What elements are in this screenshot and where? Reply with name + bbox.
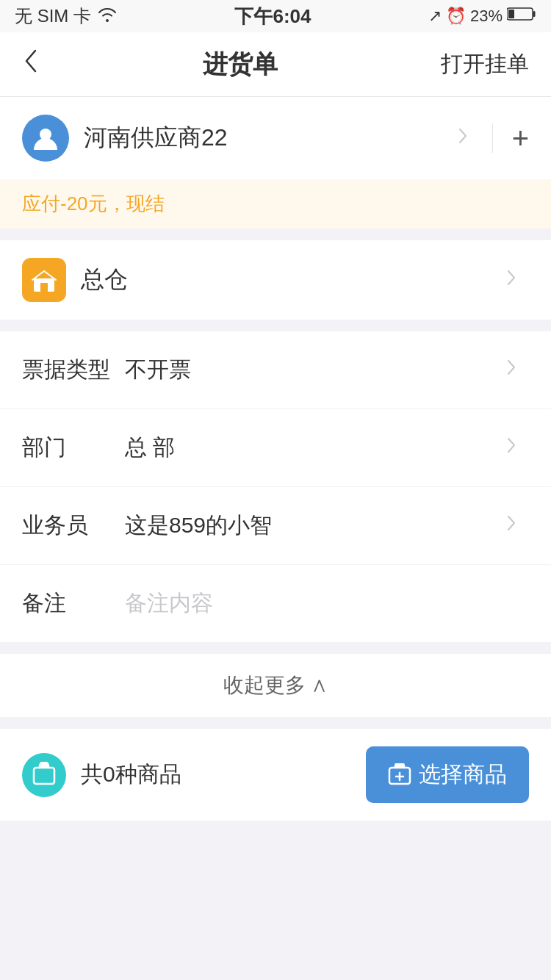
notice-bar: 应付-20元，现结 (0, 179, 551, 228)
salesperson-arrow-icon (505, 514, 517, 538)
salesperson-value: 这是859的小智 (110, 511, 505, 541)
svg-rect-5 (40, 283, 48, 292)
location-icon: ↗ (428, 7, 442, 26)
supplier-avatar (22, 115, 69, 162)
page-title: 进货单 (203, 48, 278, 82)
wifi-icon (97, 6, 118, 26)
remark-input[interactable]: 备注内容 (110, 588, 529, 619)
warehouse-row[interactable]: 总仓 (0, 240, 551, 320)
svg-rect-6 (34, 768, 54, 784)
status-bar: 无 SIM 卡 下午6:04 ↗ ⏰ 23% (0, 0, 551, 32)
supplier-row[interactable]: 河南供应商22 + (0, 97, 551, 179)
salesperson-row[interactable]: 业务员 这是859的小智 (0, 487, 551, 565)
invoice-value: 不开票 (110, 355, 505, 385)
warehouse-arrow-icon (505, 268, 517, 292)
nav-bar: 进货单 打开挂单 (0, 32, 551, 97)
department-value: 总 部 (110, 433, 505, 463)
salesperson-label: 业务员 (22, 511, 110, 541)
main-content: 河南供应商22 + 应付-20元，现结 总仓 (0, 97, 551, 821)
warehouse-icon (22, 258, 66, 302)
invoice-arrow-icon (505, 358, 517, 382)
carrier-text: 无 SIM 卡 (15, 4, 91, 28)
select-product-label: 选择商品 (419, 760, 507, 790)
svg-rect-2 (508, 10, 514, 18)
back-button[interactable] (22, 46, 40, 82)
battery-icon (507, 7, 536, 26)
svg-rect-1 (533, 11, 535, 17)
product-count: 共0种商品 (81, 760, 366, 790)
status-time: 下午6:04 (234, 4, 311, 29)
battery-text: 23% (470, 7, 503, 26)
supplier-divider (492, 123, 493, 153)
remark-row[interactable]: 备注 备注内容 (0, 565, 551, 642)
select-product-button[interactable]: 选择商品 (366, 746, 529, 803)
department-arrow-icon (505, 436, 517, 460)
add-supplier-button[interactable]: + (512, 122, 529, 155)
status-right: ↗ ⏰ 23% (428, 7, 536, 26)
alarm-icon: ⏰ (446, 7, 466, 26)
product-bar: 共0种商品 选择商品 (0, 729, 551, 821)
notice-text: 应付-20元，现结 (22, 192, 165, 215)
supplier-arrow-icon (457, 126, 469, 151)
remark-label: 备注 (22, 588, 110, 619)
warehouse-name: 总仓 (81, 264, 505, 296)
supplier-section: 河南供应商22 + (0, 97, 551, 179)
department-row[interactable]: 部门 总 部 (0, 409, 551, 487)
invoice-label: 票据类型 (22, 355, 110, 385)
open-pending-button[interactable]: 打开挂单 (441, 49, 529, 79)
department-label: 部门 (22, 433, 110, 463)
collapse-bar[interactable]: 收起更多 ∧ (0, 654, 551, 717)
supplier-name: 河南供应商22 (84, 122, 457, 154)
product-icon (22, 753, 66, 797)
form-section: 票据类型 不开票 部门 总 部 业务员 这是859的小智 (0, 331, 551, 642)
status-left: 无 SIM 卡 (15, 4, 118, 28)
collapse-label: 收起更多 ∧ (223, 671, 328, 699)
invoice-type-row[interactable]: 票据类型 不开票 (0, 331, 551, 409)
